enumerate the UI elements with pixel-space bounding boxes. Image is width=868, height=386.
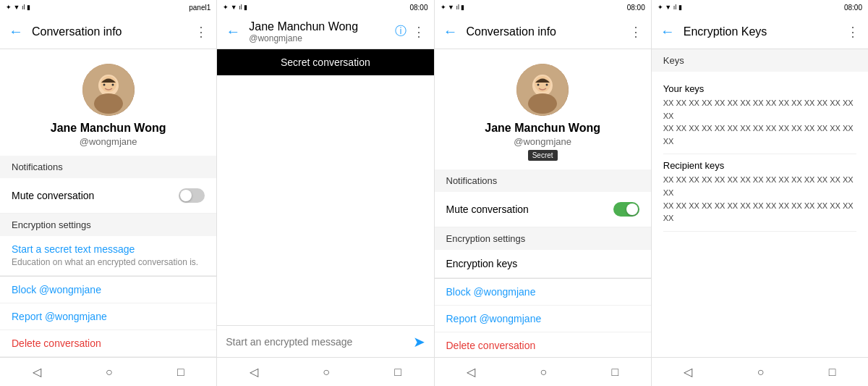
secret-badge: Secret bbox=[528, 150, 558, 161]
mute-toggle-1[interactable] bbox=[179, 188, 205, 203]
chat-title: Jane Manchun Wong bbox=[249, 20, 391, 33]
app-bar-3: ← Conversation info ⋮ bbox=[435, 14, 651, 49]
nav-square-3[interactable]: □ bbox=[611, 366, 618, 379]
app-bar-2: ← Jane Manchun Wong @wongmjane ⓘ ⋮ bbox=[217, 14, 433, 49]
mute-toggle-item-1: Mute conversation bbox=[0, 178, 216, 214]
more-button-2[interactable]: ⋮ bbox=[409, 21, 428, 43]
back-button-2[interactable]: ← bbox=[223, 20, 243, 43]
send-button[interactable]: ➤ bbox=[413, 333, 425, 351]
delete-link-3[interactable]: Delete conversation bbox=[435, 332, 651, 357]
keys-section-header: Keys bbox=[652, 49, 868, 72]
info-button[interactable]: ⓘ bbox=[392, 21, 409, 42]
chat-input[interactable] bbox=[226, 336, 412, 348]
svg-point-10 bbox=[537, 84, 540, 86]
mute-label-3: Mute conversation bbox=[446, 204, 613, 215]
back-button-1[interactable]: ← bbox=[6, 20, 26, 43]
delete-link-1[interactable]: Delete conversation bbox=[0, 330, 216, 357]
back-button-4[interactable]: ← bbox=[658, 20, 678, 43]
title-conversation-info-3: Conversation info bbox=[467, 25, 626, 38]
status-panel-1: ✦ ▼ ıl ▮ panel1 bbox=[0, 0, 217, 14]
more-button-3[interactable]: ⋮ bbox=[626, 21, 645, 43]
status-bar: ✦ ▼ ıl ▮ panel1 ✦ ▼ ıl ▮ 08:00 ✦ ▼ ıl ▮ … bbox=[0, 0, 868, 14]
notifications-header-3: Notifications bbox=[435, 169, 651, 192]
profile-section-1: Jane Manchun Wong @wongmjane bbox=[0, 49, 216, 156]
delete-text-3: Delete conversation bbox=[446, 340, 639, 351]
time-4: 08:00 bbox=[844, 4, 862, 12]
keys-section: Your keys XX XX XX XX XX XX XX XX XX XX … bbox=[652, 72, 868, 238]
panel1-content: Jane Manchun Wong @wongmjane Notificatio… bbox=[0, 49, 216, 357]
avatar-img-1 bbox=[82, 64, 135, 116]
block-text-3: Block @wongmjane bbox=[446, 286, 639, 298]
nav-home-4[interactable]: ○ bbox=[757, 366, 765, 379]
recipient-keys-line1: XX XX XX XX XX XX XX XX XX XX XX XX XX X… bbox=[663, 174, 856, 199]
panel-conversation-info-secret: ← Conversation info ⋮ bbox=[435, 14, 652, 357]
nav-back-2[interactable]: ◁ bbox=[250, 365, 258, 379]
recipient-keys-title: Recipient keys bbox=[663, 160, 856, 171]
nav-home-2[interactable]: ○ bbox=[323, 366, 330, 379]
status-panel-2: ✦ ▼ ıl ▮ 08:00 bbox=[217, 0, 434, 14]
nav-back-1[interactable]: ◁ bbox=[33, 365, 41, 379]
nav-panel-2: ◁ ○ □ bbox=[217, 358, 434, 386]
status-panel-4: ✦ ▼ ıl ▮ 08:00 bbox=[652, 0, 868, 14]
svg-point-11 bbox=[546, 84, 548, 86]
avatar-1 bbox=[82, 64, 135, 116]
avatar-3 bbox=[516, 64, 569, 116]
nav-back-3[interactable]: ◁ bbox=[467, 365, 475, 379]
nav-panel-3: ◁ ○ □ bbox=[435, 358, 652, 386]
nav-back-4[interactable]: ◁ bbox=[684, 365, 692, 379]
nav-square-1[interactable]: □ bbox=[177, 366, 184, 379]
encryption-header-3: Encryption settings bbox=[435, 227, 651, 250]
title-conversation-info: Conversation info bbox=[32, 25, 192, 38]
avatar-img-3 bbox=[516, 64, 569, 116]
nav-home-1[interactable]: ○ bbox=[106, 366, 113, 379]
notifications-header-1: Notifications bbox=[0, 156, 216, 178]
profile-handle-3: @wongmjane bbox=[514, 136, 571, 147]
encryption-keys-text: Encryption keys bbox=[446, 258, 518, 269]
mute-toggle-item-3: Mute conversation bbox=[435, 192, 651, 227]
title-encryption-keys: Encryption Keys bbox=[684, 25, 843, 38]
more-button-4[interactable]: ⋮ bbox=[843, 21, 862, 43]
encryption-header-1: Encryption settings bbox=[0, 214, 216, 236]
profile-name-1: Jane Manchun Wong bbox=[51, 122, 166, 135]
report-link-1[interactable]: Report @wongmjane bbox=[0, 303, 216, 330]
nav-square-2[interactable]: □ bbox=[394, 366, 401, 379]
nav-square-4[interactable]: □ bbox=[829, 366, 836, 379]
status-panel-3: ✦ ▼ ıl ▮ 08:00 bbox=[435, 0, 652, 14]
panel-chat: ← Jane Manchun Wong @wongmjane ⓘ ⋮ Secre… bbox=[217, 14, 434, 357]
nav-bar: ◁ ○ □ ◁ ○ □ ◁ ○ □ ◁ ○ □ bbox=[0, 357, 868, 386]
panel2-content bbox=[217, 75, 433, 325]
nav-home-3[interactable]: ○ bbox=[540, 366, 547, 379]
report-text-1: Report @wongmjane bbox=[12, 311, 205, 322]
your-keys-title: Your keys bbox=[663, 83, 856, 94]
status-icons-1: ✦ ▼ ıl ▮ bbox=[6, 4, 30, 11]
report-text-3: Report @wongmjane bbox=[446, 313, 639, 324]
time-2: 08:00 bbox=[409, 4, 427, 12]
panel-conversation-info: ← Conversation info ⋮ bbox=[0, 14, 217, 357]
profile-name-3: Jane Manchun Wong bbox=[485, 122, 600, 135]
recipient-keys-line2: XX XX XX XX XX XX XX XX XX XX XX XX XX X… bbox=[663, 200, 856, 225]
block-text-1: Block @wongmjane bbox=[12, 284, 205, 295]
recipient-keys-group: Recipient keys XX XX XX XX XX XX XX XX X… bbox=[663, 154, 856, 231]
profile-handle-1: @wongmjane bbox=[80, 136, 137, 147]
status-icons-4: ✦ ▼ ıl ▮ bbox=[658, 4, 682, 11]
report-link-3[interactable]: Report @wongmjane bbox=[435, 306, 651, 332]
chat-subtitle: @wongmjane bbox=[249, 33, 391, 43]
status-icons-2: ✦ ▼ ıl ▮ bbox=[223, 4, 247, 11]
app-bar-title-area: Jane Manchun Wong @wongmjane bbox=[249, 20, 391, 43]
encryption-keys-link[interactable]: Encryption keys bbox=[435, 250, 651, 278]
time-3: 08:00 bbox=[627, 4, 645, 12]
mute-toggle-3[interactable] bbox=[613, 202, 639, 217]
nav-panel-1: ◁ ○ □ bbox=[0, 358, 217, 386]
svg-point-2 bbox=[94, 93, 123, 114]
panel3-content: Jane Manchun Wong @wongmjane Secret Noti… bbox=[435, 49, 651, 357]
block-link-3[interactable]: Block @wongmjane bbox=[435, 279, 651, 306]
panel4-content: Keys Your keys XX XX XX XX XX XX XX XX X… bbox=[652, 49, 868, 357]
more-button-1[interactable]: ⋮ bbox=[192, 21, 210, 43]
your-keys-group: Your keys XX XX XX XX XX XX XX XX XX XX … bbox=[663, 77, 856, 154]
start-secret-text: Start a secret text message bbox=[12, 243, 205, 255]
start-secret-link[interactable]: Start a secret text message Education on… bbox=[0, 236, 216, 276]
toggle-knob-3 bbox=[626, 204, 638, 215]
block-link-1[interactable]: Block @wongmjane bbox=[0, 277, 216, 303]
app-bar-4: ← Encryption Keys ⋮ bbox=[652, 14, 868, 49]
back-button-3[interactable]: ← bbox=[441, 20, 461, 43]
